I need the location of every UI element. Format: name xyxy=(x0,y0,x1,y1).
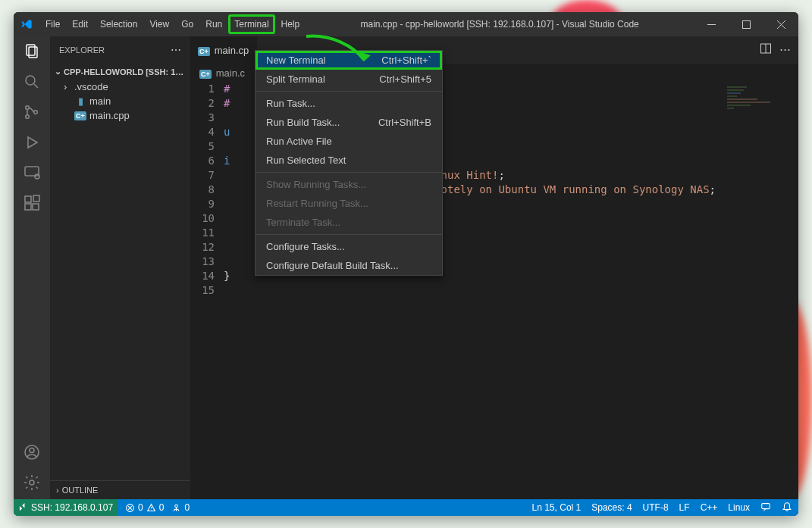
svg-rect-0 xyxy=(707,24,716,25)
cursor-position[interactable]: Ln 15, Col 1 xyxy=(532,502,582,513)
split-editor-icon[interactable] xyxy=(760,42,772,58)
svg-rect-1 xyxy=(742,20,750,28)
chevron-right-icon: › xyxy=(56,486,59,495)
menu-item-restart-running-task: Restart Running Task... xyxy=(256,194,442,213)
menu-edit[interactable]: Edit xyxy=(66,14,94,34)
account-icon[interactable] xyxy=(23,443,41,461)
settings-gear-icon[interactable] xyxy=(23,473,41,492)
svg-point-6 xyxy=(26,115,30,119)
chevron-right-icon: › xyxy=(64,81,71,92)
svg-rect-12 xyxy=(33,204,39,210)
notifications-bell-icon[interactable] xyxy=(782,501,792,514)
window-title: main.cpp - cpp-helloworld [SSH: 192.168.… xyxy=(306,19,694,30)
indentation[interactable]: Spaces: 4 xyxy=(591,502,632,513)
menu-item-terminate-task: Terminate Task... xyxy=(256,213,442,232)
explorer-more-icon[interactable]: ⋯ xyxy=(171,44,181,56)
language-mode[interactable]: C++ xyxy=(701,502,718,513)
tree-file[interactable]: ▮ main xyxy=(59,94,190,108)
tree-file[interactable]: C+ main.cpp xyxy=(59,108,190,123)
editor-tab[interactable]: C+ main.cp xyxy=(190,36,257,64)
more-actions-icon[interactable]: ⋯ xyxy=(779,42,791,58)
titlebar: File Edit Selection View Go Run Terminal… xyxy=(14,12,798,36)
menu-item-configure-default-build-task[interactable]: Configure Default Build Task... xyxy=(256,256,442,275)
svg-rect-2 xyxy=(27,45,35,55)
maximize-button[interactable] xyxy=(729,12,763,36)
menubar: File Edit Selection View Go Run Terminal… xyxy=(39,14,306,34)
encoding[interactable]: UTF-8 xyxy=(643,502,669,513)
minimize-button[interactable] xyxy=(694,12,729,36)
svg-rect-10 xyxy=(25,196,31,202)
explorer-icon[interactable] xyxy=(23,42,41,61)
activity-bar xyxy=(14,36,50,499)
project-name: CPP-HELLOWORLD [SSH: 1… xyxy=(64,67,183,77)
status-bar: SSH: 192.168.0.107 0 0 0 Ln 15, Col 1 Sp… xyxy=(14,499,798,516)
svg-rect-20 xyxy=(762,503,770,508)
extensions-icon[interactable] xyxy=(23,194,41,212)
svg-point-7 xyxy=(34,111,38,114)
menu-item-split-terminal[interactable]: Split TerminalCtrl+Shift+5 xyxy=(256,70,442,89)
os-indicator[interactable]: Linux xyxy=(728,502,750,513)
menu-item-run-task[interactable]: Run Task... xyxy=(256,94,442,113)
feedback-icon[interactable] xyxy=(760,501,771,514)
svg-rect-3 xyxy=(29,47,37,58)
menu-item-new-terminal[interactable]: New TerminalCtrl+Shift+` xyxy=(256,51,442,70)
menu-view[interactable]: View xyxy=(143,14,175,34)
explorer-title: EXPLORER xyxy=(59,45,105,55)
search-icon[interactable] xyxy=(23,73,41,91)
vscode-window: File Edit Selection View Go Run Terminal… xyxy=(14,12,798,516)
svg-rect-11 xyxy=(25,204,31,210)
menu-go[interactable]: Go xyxy=(175,14,199,34)
cpp-file-icon: C+ xyxy=(74,111,86,120)
line-gutter: 123456789101112131415 xyxy=(190,82,224,499)
svg-point-15 xyxy=(30,448,34,453)
remote-explorer-icon[interactable] xyxy=(23,164,41,182)
tree-folder[interactable]: › .vscode xyxy=(59,80,190,94)
explorer-sidebar: EXPLORER ⋯ ⌄ CPP-HELLOWORLD [SSH: 1… › .… xyxy=(50,36,190,499)
remote-indicator[interactable]: SSH: 192.168.0.107 xyxy=(14,499,118,516)
outline-section[interactable]: › OUTLINE xyxy=(50,480,190,499)
minimap[interactable] xyxy=(723,82,798,158)
vscode-logo-icon xyxy=(14,18,39,30)
svg-point-19 xyxy=(175,505,178,508)
project-header[interactable]: ⌄ CPP-HELLOWORLD [SSH: 1… xyxy=(50,64,190,80)
eol[interactable]: LF xyxy=(679,502,690,513)
cpp-file-icon: C+ xyxy=(198,45,210,56)
menu-item-run-selected-text[interactable]: Run Selected Text xyxy=(256,151,442,170)
menu-run[interactable]: Run xyxy=(199,14,228,34)
svg-point-4 xyxy=(26,76,35,85)
problems-indicator[interactable]: 0 0 xyxy=(125,502,164,513)
svg-point-9 xyxy=(35,174,39,179)
menu-item-run-active-file[interactable]: Run Active File xyxy=(256,132,442,151)
chevron-down-icon: ⌄ xyxy=(55,67,61,77)
menu-file[interactable]: File xyxy=(39,14,66,34)
cpp-file-icon: C+ xyxy=(199,67,212,79)
menu-help[interactable]: Help xyxy=(275,14,306,34)
menu-selection[interactable]: Selection xyxy=(94,14,143,34)
source-control-icon[interactable] xyxy=(23,103,41,121)
menu-item-configure-tasks[interactable]: Configure Tasks... xyxy=(256,237,442,256)
close-button[interactable] xyxy=(763,12,798,36)
run-debug-icon[interactable] xyxy=(23,133,41,152)
ports-indicator[interactable]: 0 xyxy=(171,502,190,513)
menu-item-run-build-task[interactable]: Run Build Task...Ctrl+Shift+B xyxy=(256,113,442,132)
terminal-menu-dropdown: New TerminalCtrl+Shift+`Split TerminalCt… xyxy=(255,50,443,276)
svg-rect-13 xyxy=(33,195,39,202)
svg-point-5 xyxy=(26,106,30,110)
menu-terminal[interactable]: Terminal xyxy=(228,14,274,34)
svg-point-16 xyxy=(30,480,34,485)
menu-item-show-running-tasks: Show Running Tasks... xyxy=(256,175,442,194)
binary-file-icon: ▮ xyxy=(74,95,86,107)
